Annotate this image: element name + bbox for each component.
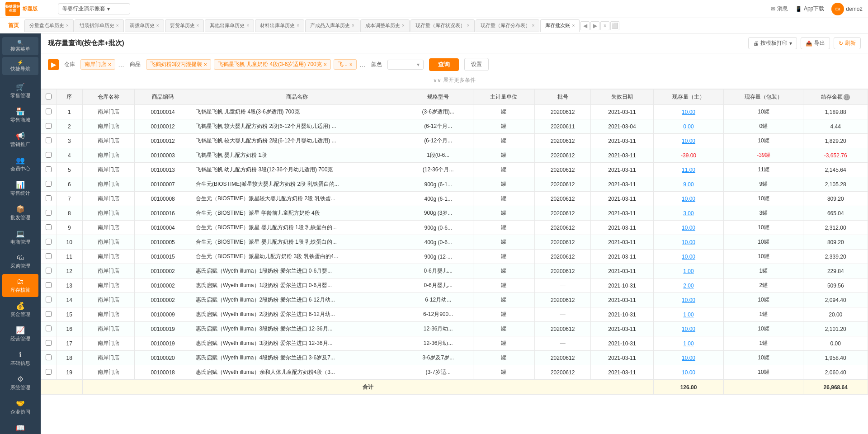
row-checkbox[interactable] xyxy=(46,268,52,274)
td-checkbox[interactable] xyxy=(41,365,57,380)
tab-kucun-pici[interactable]: 库存批次账 × xyxy=(540,19,580,32)
sidebar-item-operations[interactable]: 📈 经营管理 xyxy=(2,322,38,346)
td-qty-main[interactable]: 11.00 xyxy=(653,163,724,177)
td-qty-main[interactable]: 1.00 xyxy=(653,264,724,278)
sidebar-item-purchase-mgmt[interactable]: 🛍 采购管理 xyxy=(2,250,38,273)
sidebar-item-member-center[interactable]: 👥 会员中心 xyxy=(2,152,38,176)
td-qty-main[interactable]: 10.00 xyxy=(653,235,724,250)
sidebar-item-quick-nav[interactable]: ⚡ 快捷导航 xyxy=(2,57,38,75)
warehouse-tag-nanan[interactable]: 南岸门店 × xyxy=(80,59,115,70)
tab-cheng-ben[interactable]: 成本调整单历史 × xyxy=(360,19,410,32)
td-checkbox[interactable] xyxy=(41,148,57,163)
td-qty-main[interactable]: 0.00 xyxy=(653,119,724,134)
warehouse-tag-close-icon[interactable]: × xyxy=(108,61,111,68)
td-checkbox[interactable] xyxy=(41,163,57,177)
td-checkbox[interactable] xyxy=(41,278,57,293)
row-checkbox[interactable] xyxy=(46,137,52,143)
app-download-action[interactable]: 📱 App下载 xyxy=(795,5,824,13)
td-checkbox[interactable] xyxy=(41,177,57,192)
goods-tag-g1[interactable]: 飞鹤奶粉3段丙混提装 × xyxy=(146,59,211,70)
tab-close-icon[interactable]: × xyxy=(297,23,299,28)
sidebar-item-search[interactable]: 🔍 搜索英单 xyxy=(2,37,38,55)
td-checkbox[interactable] xyxy=(41,336,57,351)
tab-cai-liao[interactable]: 材料出库单历史 × xyxy=(255,19,304,32)
sidebar-item-enterprise[interactable]: 🤝 企业协同 xyxy=(2,396,38,419)
td-qty-main[interactable]: 10.00 xyxy=(653,351,724,365)
td-qty-main[interactable]: 10.00 xyxy=(653,322,724,336)
goods-tag-g1-close-icon[interactable]: × xyxy=(204,61,207,68)
td-checkbox[interactable] xyxy=(41,264,57,278)
td-qty-main[interactable]: 10.00 xyxy=(653,365,724,380)
tab-next-arrow[interactable]: ▶ xyxy=(590,21,599,30)
row-checkbox[interactable] xyxy=(46,297,52,302)
td-qty-main[interactable]: 1.00 xyxy=(653,336,724,351)
row-checkbox[interactable] xyxy=(46,181,52,187)
expand-more-btn[interactable]: ∨∨ 展开更多条件 xyxy=(433,76,476,84)
row-checkbox[interactable] xyxy=(46,253,52,259)
goods-tag-g2-close-icon[interactable]: × xyxy=(324,61,327,68)
color-dropdown[interactable]: ▾ xyxy=(387,60,424,70)
td-checkbox[interactable] xyxy=(41,206,57,221)
filter-expand-icon[interactable]: ▶ xyxy=(48,59,59,70)
row-checkbox[interactable] xyxy=(46,108,52,114)
tab-maximize[interactable]: ⬜ xyxy=(610,21,619,30)
td-qty-main[interactable]: 10.00 xyxy=(653,221,724,235)
tab-close-icon[interactable]: × xyxy=(197,23,199,28)
td-qty-main[interactable]: 10.00 xyxy=(653,250,724,264)
row-checkbox[interactable] xyxy=(46,369,52,375)
sidebar-item-retail-mall[interactable]: 🏪 零售商城 xyxy=(2,104,38,127)
tab-xian-cun-kucun[interactable]: 现存量（库存状况表） × xyxy=(410,19,475,32)
tab-chan-pin[interactable]: 产成品入库单历史 × xyxy=(305,19,359,32)
setting-button[interactable]: 设置 xyxy=(464,58,489,71)
td-qty-main[interactable]: 2.00 xyxy=(653,278,724,293)
th-checkbox[interactable] xyxy=(41,90,57,105)
tab-close-icon[interactable]: × xyxy=(116,23,119,28)
row-checkbox[interactable] xyxy=(46,282,52,288)
td-checkbox[interactable] xyxy=(41,293,57,307)
sidebar-item-retail-mgmt[interactable]: 🛒 零售管理 xyxy=(2,79,38,103)
tab-close-icon[interactable]: × xyxy=(66,23,69,28)
select-all-checkbox[interactable] xyxy=(46,94,52,99)
tab-home[interactable]: 首页 xyxy=(4,19,24,32)
goods-tag-g3[interactable]: 飞... × xyxy=(334,59,357,70)
td-qty-main[interactable]: 9.00 xyxy=(653,177,724,192)
td-qty-main[interactable]: -39.00 xyxy=(653,148,724,163)
sidebar-item-wholesale-mgmt[interactable]: 📦 批发管理 xyxy=(2,201,38,225)
td-checkbox[interactable] xyxy=(41,221,57,235)
td-qty-main[interactable]: 10.00 xyxy=(653,192,724,206)
sidebar-item-ecommerce[interactable]: 💻 电商管理 xyxy=(2,226,38,249)
td-checkbox[interactable] xyxy=(41,105,57,119)
td-checkbox[interactable] xyxy=(41,192,57,206)
td-qty-main[interactable]: 1.00 xyxy=(653,307,724,322)
user-area[interactable]: Ea demo2 xyxy=(831,3,863,15)
row-checkbox[interactable] xyxy=(46,224,52,230)
tab-diao-bo[interactable]: 调拨单历史 × xyxy=(125,19,164,32)
row-checkbox[interactable] xyxy=(46,311,52,317)
row-checkbox[interactable] xyxy=(46,239,52,245)
tab-zu-he[interactable]: 组装拆卸单历史 × xyxy=(75,19,124,32)
tab-close-icon[interactable]: × xyxy=(402,23,405,28)
goods-tag-g3-close-icon[interactable]: × xyxy=(349,61,353,68)
td-checkbox[interactable] xyxy=(41,250,57,264)
row-checkbox[interactable] xyxy=(46,152,52,158)
print-button[interactable]: 🖨 按模板打印 ▾ xyxy=(748,37,797,49)
td-qty-main[interactable]: 3.00 xyxy=(653,206,724,221)
sidebar-item-new-guide[interactable]: 📖 新手引导 xyxy=(2,420,38,434)
sidebar-item-basic-info[interactable]: ℹ 基础信息 xyxy=(2,347,38,370)
refresh-button[interactable]: ↻ 刷新 xyxy=(834,37,861,49)
row-checkbox[interactable] xyxy=(46,326,52,331)
tab-close-icon[interactable]: × xyxy=(572,23,575,28)
row-checkbox[interactable] xyxy=(46,195,52,201)
row-checkbox[interactable] xyxy=(46,354,52,360)
td-qty-main[interactable]: 10.00 xyxy=(653,105,724,119)
sidebar-item-system[interactable]: ⚙ 系统管理 xyxy=(2,371,38,395)
tab-xian-cun-fenpei[interactable]: 现存量（库存分布表） × xyxy=(476,19,540,32)
td-checkbox[interactable] xyxy=(41,134,57,148)
tab-close-icon[interactable]: × xyxy=(467,23,470,28)
td-qty-main[interactable]: 10.00 xyxy=(653,134,724,148)
row-checkbox[interactable] xyxy=(46,123,52,129)
goods-tag-g2[interactable]: 飞鹤星飞帆 儿童奶粉 4段(3-6岁适用) 700克 × xyxy=(214,59,331,70)
tab-yao-huo[interactable]: 要货单历史 × xyxy=(165,19,204,32)
td-checkbox[interactable] xyxy=(41,322,57,336)
sidebar-item-finance[interactable]: 💰 资金管理 xyxy=(2,298,38,321)
